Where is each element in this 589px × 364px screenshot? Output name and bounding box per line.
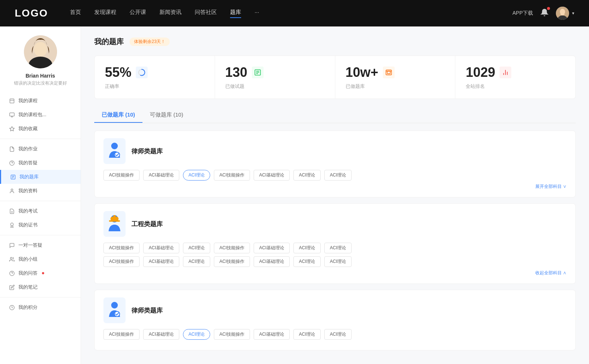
lawyer-bank-icon-1 xyxy=(103,138,126,164)
nav-more[interactable]: ··· xyxy=(254,9,259,18)
page-title: 我的题库 xyxy=(94,37,124,47)
chevron-down-icon: ▾ xyxy=(572,11,574,16)
tag-4[interactable]: ACI基础理论 xyxy=(254,170,290,181)
profile-icon xyxy=(9,188,15,194)
svg-point-42 xyxy=(111,302,118,308)
banks-icon xyxy=(383,67,395,78)
bank-card-lawyer-2: 律师类题库 ACI技能操作 ACI基础理论 ACI理论 ACI技能操作 ACI基… xyxy=(94,290,576,350)
svg-rect-41 xyxy=(113,215,116,217)
expand-link-1[interactable]: 展开全部科目 ∨ xyxy=(103,183,567,190)
tags-row-engineer-1: ACI技能操作 ACI基础理论 ACI理论 ACI技能操作 ACI基础理论 AC… xyxy=(103,243,567,253)
sidebar-item-qa[interactable]: 我的答疑 xyxy=(0,156,81,170)
main-layout: Brian Harris 错误的决定比没有决定要好 我的课程 我的课程包... xyxy=(0,26,589,364)
nav-open-course[interactable]: 公开课 xyxy=(130,9,146,18)
sidebar-item-collection[interactable]: 我的收藏 xyxy=(0,122,81,136)
tag-5[interactable]: ACI理论 xyxy=(293,170,321,181)
questions-label: 已做试题 xyxy=(225,83,325,90)
nav-quiz[interactable]: 题库 xyxy=(230,9,241,18)
eng-tag-2[interactable]: ACI理论 xyxy=(183,243,210,253)
sidebar-label-notes: 我的笔记 xyxy=(18,284,38,290)
banks-number: 10w+ xyxy=(346,65,378,80)
svg-rect-40 xyxy=(109,220,120,222)
banks-number-row: 10w+ xyxy=(346,65,445,80)
sidebar-item-notes[interactable]: 我的笔记 xyxy=(0,280,81,294)
header: LOGO 首页 发现课程 公开课 新闻资讯 问答社区 题库 ··· APP下载 xyxy=(0,0,589,26)
law2-tag-4[interactable]: ACI基础理论 xyxy=(254,329,290,340)
sidebar-item-group[interactable]: 我的小组 xyxy=(0,252,81,266)
star-icon xyxy=(9,126,15,132)
sidebar-item-exam[interactable]: 我的考试 xyxy=(0,204,81,218)
collapse-link[interactable]: 收起全部科目 ∧ xyxy=(103,270,567,276)
sidebar-item-quiz[interactable]: 我的题库 xyxy=(0,170,81,184)
sidebar-item-courses[interactable]: 我的课程 xyxy=(0,94,81,108)
eng-tag-10[interactable]: ACI技能操作 xyxy=(214,256,250,267)
myqa-icon xyxy=(9,270,15,276)
law2-tag-1[interactable]: ACI基础理论 xyxy=(143,329,179,340)
nav-bar: 首页 发现课程 公开课 新闻资讯 问答社区 题库 ··· xyxy=(70,9,498,18)
questions-number-row: 130 xyxy=(225,65,325,80)
qa-icon xyxy=(9,160,15,166)
law2-tag-5[interactable]: ACI理论 xyxy=(293,329,321,340)
sidebar-item-1on1[interactable]: 一对一答疑 xyxy=(0,238,81,252)
law2-tag-3[interactable]: ACI技能操作 xyxy=(214,329,250,340)
eng-tag-8[interactable]: ACI基础理论 xyxy=(143,256,179,267)
tag-3[interactable]: ACI技能操作 xyxy=(214,170,250,181)
nav-discover[interactable]: 发现课程 xyxy=(94,9,116,18)
tag-6[interactable]: ACI理论 xyxy=(324,170,352,181)
stats-row: 55% 正确率 130 xyxy=(94,56,576,99)
sidebar-label-homework: 我的作业 xyxy=(18,146,38,152)
sidebar-label-myqa: 我的问答 xyxy=(18,270,38,276)
svg-point-1 xyxy=(560,9,565,15)
questions-icon xyxy=(252,67,264,78)
exam-icon xyxy=(9,208,15,214)
points-icon xyxy=(9,304,15,310)
accuracy-number: 55% xyxy=(105,65,131,80)
nav-news[interactable]: 新闻资讯 xyxy=(159,9,181,18)
sidebar-divider-3 xyxy=(0,235,81,235)
svg-point-20 xyxy=(10,257,12,259)
tag-1[interactable]: ACI基础理论 xyxy=(143,170,179,181)
sidebar-item-myqa[interactable]: 我的问答 xyxy=(0,266,81,280)
svg-point-19 xyxy=(10,223,13,226)
sidebar-label-quiz: 我的题库 xyxy=(20,174,39,180)
notes-icon xyxy=(9,284,15,290)
accuracy-icon xyxy=(136,67,148,78)
eng-tag-13[interactable]: ACI理论 xyxy=(324,256,352,267)
user-avatar-menu[interactable]: ▾ xyxy=(556,7,574,20)
sidebar-item-profile[interactable]: 我的资料 xyxy=(0,184,81,198)
sidebar-item-certificate[interactable]: 我的证书 xyxy=(0,218,81,232)
main-content: 我的题库 体验剩余23天！ 55% 正确率 xyxy=(81,26,589,364)
engineer-bank-icon xyxy=(103,211,126,237)
law2-tag-6[interactable]: ACI理论 xyxy=(324,329,352,340)
eng-tag-3[interactable]: ACI技能操作 xyxy=(214,243,250,253)
tag-0[interactable]: ACI技能操作 xyxy=(103,170,140,181)
sidebar-item-points[interactable]: 我的积分 xyxy=(0,300,81,314)
nav-home[interactable]: 首页 xyxy=(70,9,81,18)
eng-tag-11[interactable]: ACI基础理论 xyxy=(254,256,290,267)
app-download-button[interactable]: APP下载 xyxy=(512,10,533,17)
eng-tag-1[interactable]: ACI基础理论 xyxy=(143,243,179,253)
tag-2[interactable]: ACI理论 xyxy=(183,170,210,181)
eng-tag-4[interactable]: ACI基础理论 xyxy=(254,243,290,253)
profile-avatar xyxy=(24,35,57,68)
sidebar-item-package[interactable]: 我的课程包... xyxy=(0,108,81,122)
sidebar-label-1on1: 一对一答疑 xyxy=(18,242,42,249)
eng-tag-9[interactable]: ACI理论 xyxy=(183,256,210,267)
bank-card-header-2: 工程类题库 xyxy=(103,211,567,237)
tab-done[interactable]: 已做题库 (10) xyxy=(94,108,142,123)
tab-available[interactable]: 可做题库 (10) xyxy=(142,108,191,123)
sidebar-item-homework[interactable]: 我的作业 xyxy=(0,142,81,156)
eng-tag-7[interactable]: ACI技能操作 xyxy=(103,256,140,267)
eng-tag-0[interactable]: ACI技能操作 xyxy=(103,243,140,253)
sidebar-label-courses: 我的课程 xyxy=(18,97,38,104)
law2-tag-2[interactable]: ACI理论 xyxy=(183,329,210,340)
law2-tag-0[interactable]: ACI技能操作 xyxy=(103,329,140,340)
chat-icon xyxy=(9,242,15,248)
bank-title-lawyer-1: 律师类题库 xyxy=(131,147,163,156)
accuracy-number-row: 55% xyxy=(105,65,204,80)
eng-tag-12[interactable]: ACI理论 xyxy=(293,256,321,267)
nav-qa[interactable]: 问答社区 xyxy=(195,9,217,18)
notification-bell[interactable] xyxy=(540,8,549,18)
eng-tag-5[interactable]: ACI理论 xyxy=(293,243,321,253)
eng-tag-6[interactable]: ACI理论 xyxy=(324,243,352,253)
